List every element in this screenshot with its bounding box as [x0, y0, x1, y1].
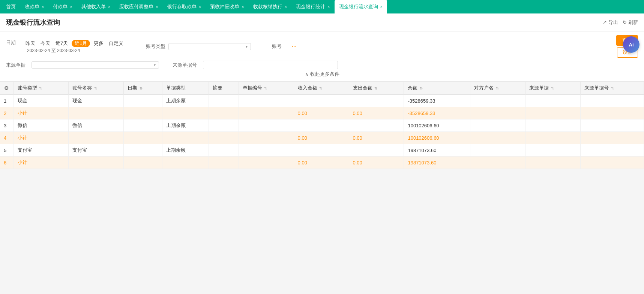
collapse-button[interactable]: ∧ 收起更多条件 [305, 71, 339, 78]
nav-item-payment[interactable]: 付款单 × [48, 0, 77, 13]
date-cell [124, 119, 162, 132]
table-row[interactable]: 6小计0.000.0019871073.60 [0, 157, 644, 169]
nav-item-cash-stats[interactable]: 现金银行统计 × [291, 0, 334, 13]
account-name-cell: 现金 [69, 95, 124, 107]
date-option-7days[interactable]: 近7天 [54, 39, 69, 48]
nav-item-cash-flow[interactable]: 现金银行流水查询 × [335, 0, 387, 13]
nav-item-ar-ap-adjust[interactable]: 应收应付调整单 × [115, 0, 162, 13]
top-navigation: 首页 收款单 × 付款单 × 其他收入单 × 应收应付调整单 × 银行存取款单 … [0, 0, 644, 13]
source-doc-label: 来源单据 [6, 62, 26, 69]
account-no-dots-button[interactable]: ··· [290, 43, 298, 50]
balance-cell: 19871073.60 [404, 144, 470, 157]
date-cell [124, 95, 162, 107]
nav-label-cash-flow: 现金银行流水查询 [339, 3, 378, 10]
refresh-icon: ↻ [623, 19, 627, 25]
source-doc-cell [525, 132, 581, 144]
export-button[interactable]: ↗ 导出 [603, 19, 618, 26]
col-doc-no-label: 单据编号 [243, 85, 262, 91]
nav-label-bank-deposit: 银行存取款单 [167, 3, 197, 10]
row-num: 4 [0, 132, 14, 144]
nav-label-prepay: 预收冲应收单 [210, 3, 239, 10]
close-icon-ar-ap-adjust[interactable]: × [156, 4, 158, 9]
date-option-yesterday[interactable]: 昨天 [24, 39, 37, 48]
date-option-more[interactable]: 更多 [92, 39, 105, 48]
doc-no-cell [239, 144, 294, 157]
table-row[interactable]: 2小计0.000.00-3528659.33 [0, 107, 644, 119]
counterpart-cell [470, 132, 525, 144]
col-date[interactable]: 日期 ⇅ [124, 82, 162, 95]
col-source-doc[interactable]: 来源单据 ⇅ [525, 82, 581, 95]
col-doc-no[interactable]: 单据编号 ⇅ [239, 82, 294, 95]
table-row[interactable]: 3微信微信上期余额100102606.60 [0, 119, 644, 132]
collapse-row: ∧ 收起更多条件 [6, 71, 638, 78]
col-income[interactable]: 收入金额 ⇅ [294, 82, 349, 95]
source-doc-no-label: 来源单据号 [173, 62, 197, 69]
nav-label-other-income: 其他收入单 [81, 3, 106, 10]
income-cell [294, 95, 349, 107]
col-income-label: 收入金额 [298, 85, 317, 91]
account-type-cell: 支付宝 [14, 144, 69, 157]
collapse-label: 收起更多条件 [310, 71, 339, 78]
counterpart-cell [470, 95, 525, 107]
col-account-name[interactable]: 账号名称 ⇅ [69, 82, 124, 95]
close-icon-receipt[interactable]: × [42, 4, 44, 9]
data-table: ⚙ 账号类型 ⇅ 账号名称 ⇅ 日期 ⇅ 单据类型 摘要 [0, 82, 644, 169]
table-container: ⚙ 账号类型 ⇅ 账号名称 ⇅ 日期 ⇅ 单据类型 摘要 [0, 82, 644, 169]
source-doc-select[interactable]: ▾ [32, 61, 159, 69]
counterpart-cell [470, 144, 525, 157]
source-doc-no-cell [580, 95, 644, 107]
balance-cell: 100102606.60 [404, 119, 470, 132]
ai-assistant-badge[interactable]: Ai [623, 36, 639, 53]
close-icon-cash-stats[interactable]: × [327, 4, 330, 9]
balance-cell: -3528659.33 [404, 107, 470, 119]
summary-cell [209, 119, 239, 132]
gear-icon[interactable]: ⚙ [4, 85, 9, 91]
table-row[interactable]: 5支付宝支付宝上期余额19871073.60 [0, 144, 644, 157]
nav-item-receipt[interactable]: 收款单 × [20, 0, 48, 13]
col-balance-label: 余额 [408, 85, 417, 91]
source-doc-no-cell [580, 119, 644, 132]
doc-no-cell [239, 95, 294, 107]
date-option-today[interactable]: 今天 [39, 39, 52, 48]
income-cell: 0.00 [294, 132, 349, 144]
counterpart-cell [470, 157, 525, 169]
close-icon-prepay[interactable]: × [242, 4, 244, 9]
sort-icon-balance: ⇅ [420, 86, 423, 90]
date-option-1month[interactable]: 近1月 [72, 40, 90, 47]
account-type-cell: 现金 [14, 95, 69, 107]
balance-cell: -3528659.33 [404, 95, 470, 107]
close-icon-cash-flow[interactable]: × [380, 4, 383, 9]
nav-item-home[interactable]: 首页 [2, 0, 20, 13]
collapse-up-icon: ∧ [305, 72, 309, 77]
col-counterpart[interactable]: 对方户名 ⇅ [470, 82, 525, 95]
date-option-custom[interactable]: 自定义 [107, 39, 125, 48]
filter-row-source: 来源单据 ▾ 来源单据号 [6, 61, 638, 69]
close-icon-bank-deposit[interactable]: × [199, 4, 201, 9]
nav-item-other-income[interactable]: 其他收入单 × [77, 0, 115, 13]
col-balance[interactable]: 余额 ⇅ [404, 82, 470, 95]
account-name-cell [69, 132, 124, 144]
table-row[interactable]: 4小计0.000.00100102606.60 [0, 132, 644, 144]
col-expense[interactable]: 支出金额 ⇅ [349, 82, 404, 95]
close-icon-writeoff[interactable]: × [285, 4, 287, 9]
col-source-doc-no-label: 来源单据号 [584, 85, 609, 91]
nav-item-writeoff[interactable]: 收款核销执行 × [249, 0, 291, 13]
col-account-type[interactable]: 账号类型 ⇅ [14, 82, 69, 95]
doc-type-cell: 上期余额 [162, 119, 209, 132]
close-icon-payment[interactable]: × [70, 4, 72, 9]
col-settings[interactable]: ⚙ [0, 82, 14, 95]
sort-icon-income: ⇅ [319, 86, 322, 90]
col-source-doc-no[interactable]: 来源单据号 ⇅ [580, 82, 644, 95]
account-type-select[interactable]: ▾ [168, 43, 251, 50]
summary-cell [209, 157, 239, 169]
account-name-cell [69, 157, 124, 169]
sort-icon-source-doc-no: ⇅ [611, 86, 614, 90]
source-doc-no-input[interactable] [203, 61, 338, 69]
table-row[interactable]: 1现金现金上期余额-3528659.33 [0, 95, 644, 107]
nav-item-prepay[interactable]: 预收冲应收单 × [206, 0, 248, 13]
close-icon-other-income[interactable]: × [108, 4, 110, 9]
nav-label-cash-stats: 现金银行统计 [296, 3, 325, 10]
refresh-button[interactable]: ↻ 刷新 [623, 19, 638, 26]
nav-item-bank-deposit[interactable]: 银行存取款单 × [163, 0, 206, 13]
date-cell [124, 157, 162, 169]
